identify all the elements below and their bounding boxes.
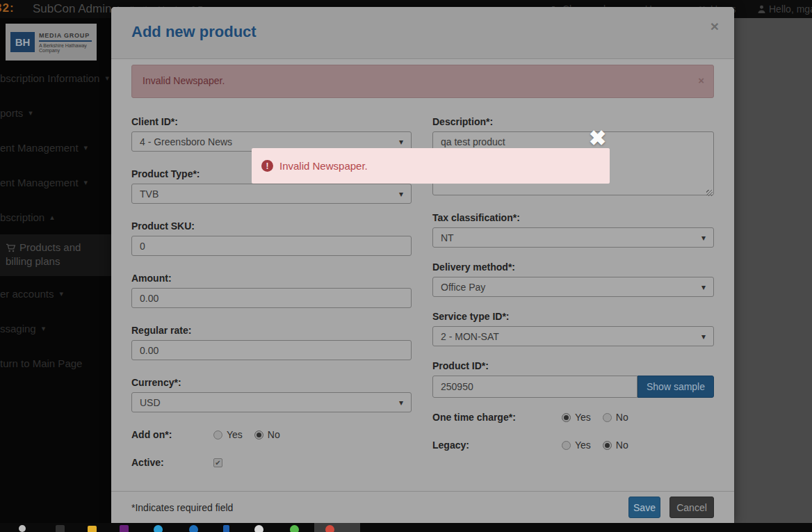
add-on-no-label: No (268, 429, 280, 440)
add-on-label: Add on*: (131, 429, 213, 440)
currency-value: USD (140, 397, 161, 408)
regular-rate-input[interactable] (131, 340, 412, 360)
logo-media-group-text: MEDIA GROUP (39, 32, 92, 39)
regular-rate-label: Regular rate: (131, 325, 412, 336)
active-checkbox[interactable]: ✔ (213, 458, 222, 467)
legacy-no-radio[interactable] (603, 441, 612, 450)
sidebar-item-label: bscription Information (0, 72, 99, 84)
add-on-yes-radio[interactable] (213, 430, 222, 440)
chevron-down-icon: ▾ (105, 74, 109, 83)
one-time-charge-no-radio[interactable] (603, 413, 612, 422)
delivery-method-label: Delivery method*: (432, 261, 714, 273)
user-greeting[interactable]: Hello, mga (758, 3, 812, 15)
legacy-yes-radio[interactable] (562, 441, 571, 450)
sidebar-item-label: ent Management (0, 142, 79, 154)
sidebar-item-subscription-information[interactable]: bscription Information▾ (0, 61, 111, 95)
chevron-up-icon: ▴ (50, 213, 54, 222)
one-time-charge-yes-label: Yes (575, 412, 591, 423)
taskbar-search-icon[interactable] (19, 525, 26, 532)
product-type-value: TVB (140, 188, 159, 200)
show-sample-button[interactable]: Show sample (638, 376, 714, 398)
product-type-select[interactable]: TVB ▾ (131, 184, 412, 204)
currency-label: Currency*: (131, 377, 412, 388)
app-brand[interactable]: SubCon Admin (33, 2, 111, 16)
cart-icon (6, 243, 16, 252)
product-id-input[interactable] (432, 376, 638, 398)
sidebar-item-label: ports (0, 107, 23, 119)
taskbar-active-tile[interactable] (314, 523, 360, 532)
chevron-down-icon: ▾ (84, 143, 88, 152)
sidebar-item-products-and-billing-plans[interactable]: Products and billing plans (0, 234, 111, 276)
chevron-down-icon: ▾ (60, 289, 64, 298)
sidebar-item-return-to-main-page[interactable]: turn to Main Page (0, 346, 111, 380)
sidebar-item-management-1[interactable]: ent Management▾ (0, 130, 111, 165)
taskbar-blue-app-icon-3[interactable] (223, 525, 229, 532)
delivery-method-select[interactable]: Office Pay ▾ (432, 277, 714, 297)
required-field-note: *Indicates required field (131, 502, 233, 513)
chevron-down-icon: ▾ (701, 282, 706, 292)
person-icon (758, 5, 765, 13)
product-sku-input[interactable] (131, 236, 412, 256)
chevron-down-icon: ▾ (701, 332, 706, 341)
toast-close-button[interactable]: ✖ (589, 126, 606, 150)
amount-label: Amount: (131, 273, 412, 284)
one-time-charge-no-label: No (616, 412, 628, 423)
client-id-label: Client ID*: (131, 116, 412, 127)
modal-close-icon[interactable]: × (710, 18, 719, 35)
taskbar-blue-app-icon[interactable] (154, 525, 163, 532)
taskbar-red-app-icon[interactable] (325, 525, 334, 532)
add-on-no-radio[interactable] (254, 430, 263, 440)
service-type-id-value: 2 - MON-SAT (441, 331, 499, 342)
legacy-yes-label: Yes (575, 440, 591, 451)
taskbar-green-app-icon[interactable] (290, 525, 299, 532)
chevron-down-icon: ▾ (399, 398, 403, 408)
sidebar: BH MEDIA GROUP A Berkshire Hathaway Comp… (0, 18, 111, 523)
taskbar-purple-app-icon[interactable] (120, 525, 129, 532)
active-label: Active: (131, 457, 213, 468)
sidebar-item-subscription[interactable]: bscription▴ (0, 200, 111, 234)
tax-classification-select[interactable]: NT ▾ (432, 227, 714, 248)
sidebar-item-user-accounts[interactable]: er accounts▾ (0, 276, 111, 311)
legacy-no-label: No (616, 440, 628, 451)
legacy-label: Legacy: (432, 440, 562, 451)
os-taskbar (0, 523, 812, 532)
sidebar-item-label: Products and billing plans (6, 241, 81, 267)
taskbar-folder-icon[interactable] (88, 526, 97, 532)
chevron-down-icon: ▾ (84, 178, 88, 187)
greeting-label: Hello, mga (769, 3, 812, 15)
sidebar-item-management-2[interactable]: ent Management▾ (0, 165, 111, 200)
taskbar-app-icon[interactable] (56, 525, 65, 532)
currency-select[interactable]: USD ▾ (131, 392, 412, 412)
delivery-method-value: Office Pay (441, 282, 485, 293)
one-time-charge-yes-radio[interactable] (562, 413, 571, 422)
chevron-down-icon: ▾ (701, 233, 706, 243)
app-logo-icon: 32: (0, 1, 15, 15)
taskbar-blue-app-icon-2[interactable] (189, 525, 198, 532)
sidebar-item-label: ssaging (0, 323, 36, 334)
taskbar-light-app-icon[interactable] (254, 525, 263, 532)
alert-text: Invalid Newspaper. (143, 75, 225, 86)
alert-close-icon[interactable]: × (698, 74, 704, 86)
sidebar-item-label: er accounts (0, 288, 54, 300)
invalid-newspaper-alert: Invalid Newspaper. × (131, 65, 714, 98)
chevron-down-icon: ▾ (399, 137, 403, 147)
modal-footer: *Indicates required field Save Cancel (111, 491, 734, 523)
client-id-value: 4 - Greensboro News (140, 136, 232, 147)
textarea-resize-handle[interactable] (706, 190, 713, 196)
chevron-down-icon: ▾ (29, 108, 33, 118)
sidebar-item-label: ent Management (0, 177, 79, 188)
amount-input[interactable] (131, 288, 412, 308)
sidebar-item-messaging[interactable]: ssaging▾ (0, 311, 111, 346)
sidebar-item-label: turn to Main Page (0, 357, 82, 369)
description-label: Description*: (432, 116, 714, 127)
sidebar-item-reports[interactable]: ports▾ (0, 95, 111, 130)
logo-tagline: A Berkshire Hathaway Company (39, 43, 92, 53)
sidebar-item-label: bscription (0, 211, 44, 223)
modal-header: Add new product × (111, 7, 734, 59)
chevron-down-icon: ▾ (42, 324, 46, 333)
save-button[interactable]: Save (628, 497, 660, 518)
service-type-id-label: Service type ID*: (432, 311, 714, 322)
cancel-button[interactable]: Cancel (669, 497, 714, 518)
one-time-charge-label: One time charge*: (432, 412, 562, 423)
service-type-id-select[interactable]: 2 - MON-SAT ▾ (432, 326, 714, 346)
